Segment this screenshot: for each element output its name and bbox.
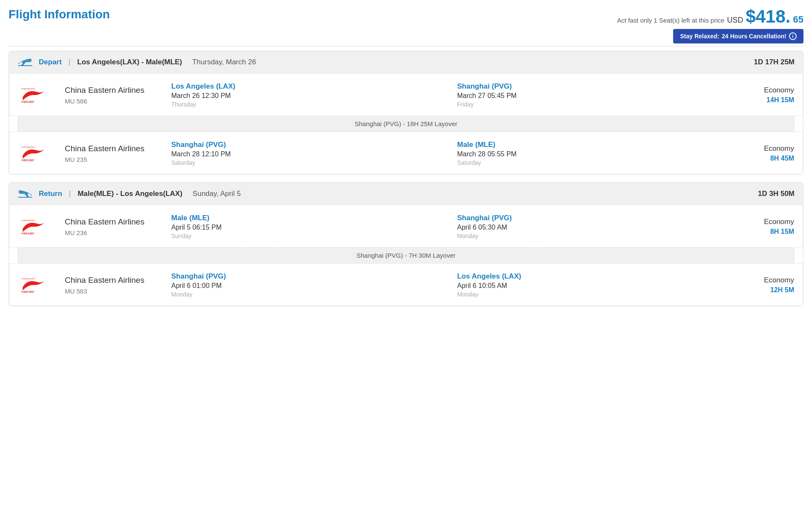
return-date: Sunday, April 5 xyxy=(193,190,241,198)
airline-name-mu583: China Eastern Airlines xyxy=(65,275,158,286)
return-section: Return | Male(MLE) - Los Angeles(LAX) Su… xyxy=(9,182,803,306)
to-airport-mu236: Shanghai (PVG) xyxy=(457,214,717,222)
from-day-mu583: Monday xyxy=(171,291,432,298)
class-label-mu583: Economy xyxy=(730,276,794,285)
class-label-mu235: Economy xyxy=(730,144,794,153)
flight-number-mu236: MU 236 xyxy=(65,229,158,236)
depart-total-duration: 1D 17H 25M xyxy=(754,58,795,66)
svg-text:中国东方航空: 中国东方航空 xyxy=(21,101,34,103)
duration-mu586: 14H 15M xyxy=(730,96,794,104)
flight-number-mu583: MU 583 xyxy=(65,288,158,295)
to-date-mu583: April 6 10:05 AM xyxy=(457,282,717,290)
flight-times-mu235: Shanghai (PVG) March 28 12:10 PM Saturda… xyxy=(171,141,717,166)
china-eastern-logo-3: 中国东方航空 CHINA EASTERN xyxy=(20,216,50,238)
to-date-mu586: March 27 05:45 PM xyxy=(457,92,717,100)
to-date-mu236: April 6 05:30 AM xyxy=(457,224,717,231)
return-direction: Return xyxy=(39,190,62,198)
from-block-mu235: Shanghai (PVG) March 28 12:10 PM Saturda… xyxy=(171,141,432,166)
flight-class-mu586: Economy 14H 15M xyxy=(730,86,794,104)
svg-text:中国东方航空: 中国东方航空 xyxy=(21,291,34,293)
airline-name-mu236: China Eastern Airlines xyxy=(65,217,158,227)
airline-logo-mu236: 中国东方航空 CHINA EASTERN xyxy=(18,216,52,238)
page-title: Flight Information xyxy=(9,8,110,21)
duration-mu236: 8H 15M xyxy=(730,228,794,236)
cancellation-text: 24 Hours Cancellation! xyxy=(722,33,786,40)
from-day-mu586: Thursday xyxy=(171,101,432,108)
depart-header-left: Depart | Los Angeles(LAX) - Male(MLE) Th… xyxy=(17,57,256,67)
depart-route-header: Depart | Los Angeles(LAX) - Male(MLE) Th… xyxy=(9,51,803,73)
class-label-mu586: Economy xyxy=(730,86,794,95)
from-date-mu586: March 26 12:30 PM xyxy=(171,92,432,100)
return-plane-icon xyxy=(17,189,33,199)
to-day-mu236: Monday xyxy=(457,233,717,239)
return-separator: | xyxy=(69,190,71,198)
layover-pvg-return: Shanghai (PVG) - 7H 30M Layover xyxy=(17,247,795,263)
page-header: Flight Information Act fast only 1 Seat(… xyxy=(9,4,803,46)
depart-date: Thursday, March 26 xyxy=(192,58,256,66)
price-cents: 65 xyxy=(793,14,803,25)
flight-number-mu586: MU 586 xyxy=(65,98,158,105)
from-date-mu236: April 5 06:15 PM xyxy=(171,224,432,231)
airline-name-mu586: China Eastern Airlines xyxy=(65,85,158,96)
to-block-mu583: Los Angeles (LAX) April 6 10:05 AM Monda… xyxy=(457,272,717,298)
from-date-mu235: March 28 12:10 PM xyxy=(171,150,432,158)
to-airport-mu583: Los Angeles (LAX) xyxy=(457,272,717,281)
flight-class-mu583: Economy 12H 5M xyxy=(730,276,794,294)
to-airport-mu235: Male (MLE) xyxy=(457,141,717,149)
depart-route: Los Angeles(LAX) - Male(MLE) xyxy=(77,58,182,66)
depart-separator: | xyxy=(69,58,70,66)
from-day-mu235: Saturday xyxy=(171,159,432,166)
from-airport-mu583: Shanghai (PVG) xyxy=(171,272,432,281)
layover-pvg-depart: Shanghai (PVG) - 18H 25M Layover xyxy=(17,116,795,132)
from-day-mu236: Sunday xyxy=(171,233,432,239)
return-header-left: Return | Male(MLE) - Los Angeles(LAX) Su… xyxy=(17,189,241,199)
airline-logo-mu235: 中国东方航空 CHINA EASTERN xyxy=(18,142,52,164)
flight-times-mu583: Shanghai (PVG) April 6 01:00 PM Monday L… xyxy=(171,272,717,298)
svg-text:中国东方航空: 中国东方航空 xyxy=(21,159,34,161)
flight-card-mu586: 中国东方航空 CHINA EASTERN China Eastern Airli… xyxy=(9,73,803,116)
from-airport-mu235: Shanghai (PVG) xyxy=(171,141,432,149)
to-day-mu235: Saturday xyxy=(457,159,717,166)
to-day-mu586: Friday xyxy=(457,101,717,108)
cancellation-label: Stay Relaxed: xyxy=(680,33,719,40)
info-icon[interactable]: i xyxy=(789,32,797,40)
svg-text:CHINA EASTERN: CHINA EASTERN xyxy=(21,219,35,221)
from-block-mu586: Los Angeles (LAX) March 26 12:30 PM Thur… xyxy=(171,82,432,108)
china-eastern-logo-2: 中国东方航空 CHINA EASTERN xyxy=(20,142,50,164)
flight-class-mu235: Economy 8H 45M xyxy=(730,144,794,162)
cancellation-badge: Stay Relaxed: 24 Hours Cancellation! i xyxy=(673,29,803,43)
to-day-mu583: Monday xyxy=(457,291,717,298)
price-row: Act fast only 1 Seat(s) left at this pri… xyxy=(617,8,803,26)
airline-logo-mu583: 中国东方航空 CHINA EASTERN xyxy=(18,274,52,296)
duration-mu583: 12H 5M xyxy=(730,286,794,294)
flight-number-mu235: MU 235 xyxy=(65,156,158,163)
currency-label: USD xyxy=(727,16,743,25)
airline-info-mu236: China Eastern Airlines MU 236 xyxy=(65,217,158,236)
airline-info-mu235: China Eastern Airlines MU 235 xyxy=(65,144,158,163)
seats-text: Act fast only 1 Seat(s) left at this pri… xyxy=(617,17,725,24)
svg-text:CHINA EASTERN: CHINA EASTERN xyxy=(21,278,35,280)
airline-info-mu583: China Eastern Airlines MU 583 xyxy=(65,275,158,295)
svg-text:CHINA EASTERN: CHINA EASTERN xyxy=(21,146,35,148)
flight-times-mu586: Los Angeles (LAX) March 26 12:30 PM Thur… xyxy=(171,82,717,108)
depart-direction: Depart xyxy=(39,58,62,66)
from-block-mu236: Male (MLE) April 5 06:15 PM Sunday xyxy=(171,214,432,239)
to-date-mu235: March 28 05:55 PM xyxy=(457,150,717,158)
flight-card-mu583: 中国东方航空 CHINA EASTERN China Eastern Airli… xyxy=(9,263,803,306)
to-airport-mu586: Shanghai (PVG) xyxy=(457,82,717,91)
svg-text:中国东方航空: 中国东方航空 xyxy=(21,232,34,235)
flight-card-mu235: 中国东方航空 CHINA EASTERN China Eastern Airli… xyxy=(9,132,803,174)
return-route: Male(MLE) - Los Angeles(LAX) xyxy=(78,190,182,198)
return-route-header: Return | Male(MLE) - Los Angeles(LAX) Su… xyxy=(9,183,803,205)
class-label-mu236: Economy xyxy=(730,218,794,226)
depart-section: Depart | Los Angeles(LAX) - Male(MLE) Th… xyxy=(9,51,803,175)
depart-plane-icon xyxy=(17,57,33,67)
airline-logo-mu586: 中国东方航空 CHINA EASTERN xyxy=(18,84,52,106)
china-eastern-logo-1: 中国东方航空 CHINA EASTERN xyxy=(20,84,50,106)
svg-text:CHINA EASTERN: CHINA EASTERN xyxy=(21,88,35,90)
from-airport-mu236: Male (MLE) xyxy=(171,214,432,222)
duration-mu235: 8H 45M xyxy=(730,155,794,162)
to-block-mu236: Shanghai (PVG) April 6 05:30 AM Monday xyxy=(457,214,717,239)
airline-info-mu586: China Eastern Airlines MU 586 xyxy=(65,85,158,105)
flight-times-mu236: Male (MLE) April 5 06:15 PM Sunday Shang… xyxy=(171,214,717,239)
